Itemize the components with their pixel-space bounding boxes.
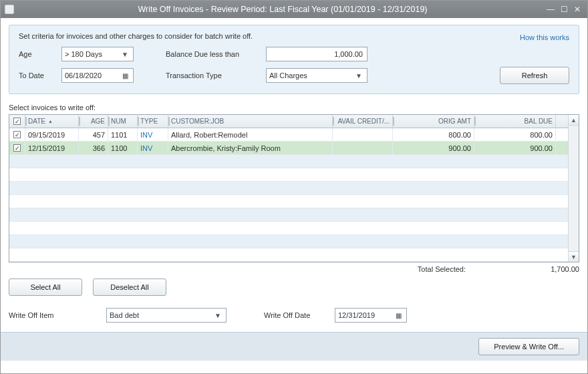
row-checkbox[interactable]: ✓ xyxy=(9,128,25,141)
grid-body: ✓ 09/15/2019 457 1101 INV Allard, Robert… xyxy=(9,128,568,262)
maximize-button[interactable]: ☐ xyxy=(558,4,570,15)
cell-type[interactable]: INV xyxy=(138,142,168,154)
cell-customer: Abercrombie, Kristy:Family Room xyxy=(168,142,333,154)
grid-section-label: Select invoices to write off: xyxy=(9,104,579,112)
window-title: Write Off Invoices - Review Period: Last… xyxy=(21,5,545,14)
table-row-empty xyxy=(9,155,568,168)
how-this-works-link[interactable]: How this works xyxy=(520,33,569,41)
table-row-empty xyxy=(9,182,568,195)
writeoff-date-value: 12/31/2019 xyxy=(338,311,375,319)
chevron-down-icon: ▼ xyxy=(212,312,223,319)
titlebar: Write Off Invoices - Review Period: Last… xyxy=(1,1,587,18)
vertical-scrollbar[interactable]: ▲ ▼ xyxy=(568,115,579,262)
cell-num: 1101 xyxy=(108,128,138,141)
table-row-empty xyxy=(9,222,568,235)
total-value: 1,700.00 xyxy=(506,265,579,273)
txntype-label: Transaction Type xyxy=(166,71,266,79)
txntype-value: All Charges xyxy=(269,71,307,79)
select-all-button[interactable]: Select All xyxy=(9,278,82,296)
footer-bar: Preview & Write Off... xyxy=(1,332,587,361)
age-combo[interactable]: > 180 Days ▼ xyxy=(61,47,134,61)
header-avail[interactable]: AVAIL CREDIT/... xyxy=(333,115,393,128)
header-type[interactable]: TYPE xyxy=(138,115,168,128)
header-orig[interactable]: ORIG AMT xyxy=(393,115,474,128)
total-row: Total Selected: 1,700.00 xyxy=(9,262,579,278)
todate-value: 06/18/2020 xyxy=(65,71,102,79)
criteria-description: Set criteria for invoices and other char… xyxy=(19,32,569,40)
cell-avail xyxy=(333,142,393,154)
app-icon xyxy=(5,5,14,14)
preview-writeoff-button[interactable]: Preview & Write Off... xyxy=(478,338,579,355)
header-bal[interactable]: BAL DUE xyxy=(474,115,556,128)
chevron-down-icon: ▼ xyxy=(353,72,364,79)
minimize-button[interactable]: — xyxy=(545,4,557,15)
calendar-icon[interactable]: ▦ xyxy=(120,72,130,79)
header-customer[interactable]: CUSTOMER:JOB xyxy=(168,115,333,128)
age-label: Age xyxy=(19,50,61,58)
writeoff-item-combo[interactable]: Bad debt ▼ xyxy=(106,308,227,323)
table-row-empty xyxy=(9,195,568,208)
cell-date: 09/15/2019 xyxy=(25,128,79,141)
refresh-button[interactable]: Refresh xyxy=(500,67,569,84)
calendar-icon[interactable]: ▦ xyxy=(393,312,404,319)
grid-header: ✓ DATE AGE NUM TYPE CUSTOMER:JOB AVAIL C… xyxy=(9,115,568,128)
balance-label: Balance Due less than xyxy=(166,50,266,58)
cell-orig: 900.00 xyxy=(393,142,474,154)
cell-age: 457 xyxy=(79,128,108,141)
todate-label: To Date xyxy=(19,71,61,79)
table-row[interactable]: ✓ 09/15/2019 457 1101 INV Allard, Robert… xyxy=(9,128,568,142)
close-button[interactable]: ✕ xyxy=(571,4,583,15)
criteria-panel: Set criteria for invoices and other char… xyxy=(9,25,579,94)
age-value: > 180 Days xyxy=(65,50,102,58)
cell-age: 366 xyxy=(79,142,108,154)
header-checkbox[interactable]: ✓ xyxy=(9,115,25,128)
table-row-empty xyxy=(9,168,568,182)
scroll-down-icon[interactable]: ▼ xyxy=(569,251,579,262)
table-row-empty xyxy=(9,208,568,222)
cell-num: 1100 xyxy=(108,142,138,154)
header-age[interactable]: AGE xyxy=(79,115,108,128)
table-row-empty xyxy=(9,248,568,262)
cell-bal: 900.00 xyxy=(474,142,556,154)
cell-customer: Allard, Robert:Remodel xyxy=(168,128,333,141)
todate-input[interactable]: 06/18/2020 ▦ xyxy=(61,68,134,83)
writeoff-date-label: Write Off Date xyxy=(264,311,324,319)
scroll-up-icon[interactable]: ▲ xyxy=(569,115,579,126)
cell-date: 12/15/2019 xyxy=(25,142,79,154)
total-label: Total Selected: xyxy=(418,265,466,273)
cell-orig: 800.00 xyxy=(393,128,474,141)
balance-value: 1,000.00 xyxy=(334,50,363,58)
writeoff-item-label: Write Off Item xyxy=(9,311,96,319)
invoice-grid: ✓ DATE AGE NUM TYPE CUSTOMER:JOB AVAIL C… xyxy=(9,114,579,262)
writeoff-item-value: Bad debt xyxy=(110,311,139,319)
cell-bal: 800.00 xyxy=(474,128,556,141)
txntype-combo[interactable]: All Charges ▼ xyxy=(266,68,368,83)
cell-type[interactable]: INV xyxy=(138,128,168,141)
deselect-all-button[interactable]: Deselect All xyxy=(93,278,166,296)
writeoff-date-input[interactable]: 12/31/2019 ▦ xyxy=(335,308,407,323)
chevron-down-icon: ▼ xyxy=(120,51,130,58)
balance-input[interactable]: 1,000.00 xyxy=(266,47,368,61)
header-num[interactable]: NUM xyxy=(108,115,138,128)
row-checkbox[interactable]: ✓ xyxy=(9,142,25,154)
table-row[interactable]: ✓ 12/15/2019 366 1100 INV Abercrombie, K… xyxy=(9,142,568,155)
header-date[interactable]: DATE xyxy=(25,115,79,128)
scroll-track[interactable] xyxy=(569,126,579,251)
cell-avail xyxy=(333,128,393,141)
table-row-empty xyxy=(9,235,568,248)
